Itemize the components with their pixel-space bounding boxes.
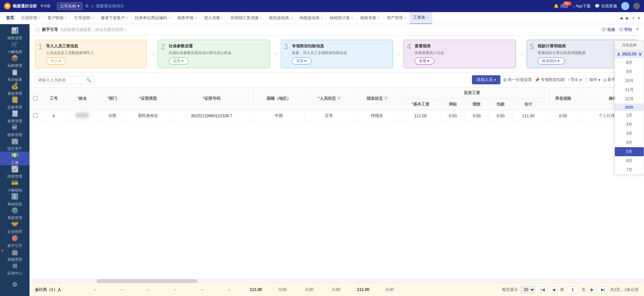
close-tab-工资表[interactable]: × (427, 16, 429, 19)
month-year-next[interactable]: ∨ (638, 51, 642, 57)
close-tab-邀请下游客户[interactable]: × (126, 16, 128, 20)
sidebar-item-销售管理[interactable]: 📊 销售管理 (0, 27, 30, 41)
personal-social-link[interactable]: 个人社保 (599, 113, 615, 118)
guide-close-icon[interactable]: × (636, 27, 639, 33)
sidebar-item-新手引导[interactable]: 🎯 新手引导 (0, 235, 30, 248)
tab-邀请下游客户[interactable]: 邀请下游客户 × (97, 12, 132, 24)
sidebar-item-税务管理[interactable]: 🏛 税务管理 (0, 124, 30, 137)
close-tab-往来单位商品编码[interactable]: × (168, 16, 170, 20)
nav-menu[interactable]: ▾ (637, 14, 641, 22)
month-6[interactable]: 6月 (615, 156, 644, 165)
month-12[interactable]: 12月 (615, 94, 644, 103)
page-next-last[interactable]: ▶| (599, 286, 607, 293)
month-1[interactable]: 1月 (615, 111, 644, 120)
month-7[interactable]: 7月 (615, 165, 644, 174)
tab-往来单位商品编码[interactable]: 往来单位商品编码 × (131, 12, 174, 24)
sidebar-item-小畅报销[interactable]: 💳 小畅报销 (0, 179, 30, 193)
special-deduct-button[interactable]: 📌 专项附加扣除 (535, 77, 565, 83)
tab-工资表[interactable]: 工资表 × (410, 12, 432, 24)
notification-button[interactable]: 🔔 消息 99+ (554, 3, 568, 9)
sidebar-item-应用中心[interactable]: ⊞ 应用中心 (0, 262, 30, 276)
scroll-thumb[interactable] (97, 279, 197, 283)
close-tab-引导说明[interactable]: × (92, 16, 94, 20)
tab-纳税统计表[interactable]: 纳税统计表 × (326, 12, 357, 24)
sidebar-item-系统管理[interactable]: ⚙️ 系统管理 (0, 207, 30, 220)
nav-next[interactable]: ▶ (625, 14, 630, 22)
step-btn-4[interactable]: 查看▼ (415, 57, 434, 65)
sidebar-item-settings[interactable]: ⚙ (0, 276, 30, 293)
sidebar-item-库存核算[interactable]: 📋 库存核算 (0, 69, 30, 82)
add-person-button[interactable]: 添加人员 ▾ (472, 75, 500, 84)
sidebar-item-发票管理[interactable]: 🧾 发票管理 (0, 110, 30, 124)
sidebar-item-工资[interactable]: 💵 工资 (0, 152, 30, 165)
month-9[interactable]: 9月 (615, 67, 644, 76)
report-filter-icon[interactable]: ▽ (384, 96, 387, 101)
search-box[interactable]: 🔍 (35, 76, 94, 84)
row-checkbox[interactable] (33, 113, 38, 118)
company-selector[interactable]: 公司名称 ▾ (57, 2, 83, 10)
month-2[interactable]: 2月 (615, 120, 644, 129)
help-link[interactable]: ◎ 帮助 (619, 27, 632, 33)
sidebar-item-基础信息[interactable]: ℹ️ 基础信息 (0, 193, 30, 207)
page-prev[interactable]: ◀ (550, 286, 557, 293)
close-tab-分层经营[interactable]: × (39, 16, 41, 20)
nav-close-all[interactable]: × (631, 14, 636, 22)
page-next[interactable]: ▶ (588, 286, 596, 293)
month-10[interactable]: 10月 (615, 76, 644, 85)
export-button[interactable]: ↑ 导出 ▾ (568, 77, 582, 83)
tab-home[interactable]: 首页 (3, 12, 18, 24)
settings-icon[interactable]: ⚙ (85, 4, 89, 8)
tab-资产管理[interactable]: 资产管理 × (383, 12, 410, 24)
search-icon[interactable]: 🔍 (86, 78, 91, 82)
close-tab-税负波动表[interactable]: × (290, 16, 292, 20)
sidebar-item-固定资产[interactable]: 🏢 固定资产 (0, 137, 30, 151)
month-4[interactable]: 4月 (615, 138, 644, 147)
month-8[interactable]: 8月 (615, 58, 644, 67)
close-tab-进入清册[interactable]: × (221, 16, 223, 20)
avatar[interactable] (621, 2, 629, 10)
nav-prev[interactable]: ◀ (618, 14, 624, 22)
page-prev-first[interactable]: |◀ (538, 286, 547, 293)
status-filter-icon[interactable]: ▽ (337, 96, 340, 101)
close-tab-所得税汇算清缴[interactable]: × (260, 16, 262, 20)
tab-客户联络[interactable]: 客户联络 × (44, 12, 71, 24)
close-tab-客户联络[interactable]: × (65, 16, 67, 20)
step-btn-5[interactable]: 敬请期待▼ (538, 57, 565, 65)
sidebar-item-资金管理[interactable]: 💰 资金管理 (0, 82, 30, 96)
horizontal-scrollbar[interactable] (30, 279, 644, 283)
month-year-prev[interactable]: ∧ (617, 51, 620, 57)
demo-link[interactable]: ▷ 我要看实例演示 (92, 3, 124, 9)
sidebar-item-总账管理[interactable]: 📒 总账管理 (0, 96, 30, 110)
tab-税负波动表[interactable]: 税负波动表 × (266, 12, 296, 24)
online-service-button[interactable]: 💬 在线客服 (595, 3, 617, 9)
tab-引导说明[interactable]: 引导说明 × (71, 12, 97, 24)
close-tab-资产管理[interactable]: × (404, 16, 406, 20)
tab-税检专家[interactable]: 税检专家 × (357, 12, 383, 24)
tab-纳税波动表[interactable]: 纳税波动表 × (296, 12, 327, 24)
close-tab-纳税波动表[interactable]: × (321, 16, 323, 20)
tab-税务申报[interactable]: 税务申报 × (174, 12, 201, 24)
video-link[interactable]: ◎ 视频 (602, 27, 615, 33)
close-tab-税检专家[interactable]: × (378, 16, 380, 20)
month-5[interactable]: 5月 (615, 147, 644, 156)
month-11[interactable]: 11月 (615, 85, 644, 94)
sidebar-item-智能管理[interactable]: 🤖 智能管理 (0, 248, 30, 262)
sidebar-item-采购管理[interactable]: 📦 采购管理 (0, 54, 30, 68)
tab-进入清册[interactable]: 进入清册 × (201, 12, 227, 24)
tab-所得税汇算清缴[interactable]: 所得税汇算清缴 × (227, 12, 266, 24)
per-page-select[interactable]: 10 20 50 (521, 286, 535, 293)
step-btn-1[interactable]: 导入▼ (46, 57, 66, 65)
close-tab-税务申报[interactable]: × (195, 16, 197, 20)
sidebar-item-小畅电商[interactable]: 🛒 小畅电商 (0, 41, 30, 54)
step-btn-2[interactable]: 设置▼ (169, 57, 189, 65)
app-download-button[interactable]: ↓ App下载 (572, 3, 591, 9)
user-menu[interactable] (633, 3, 640, 9)
search-input[interactable] (38, 78, 85, 82)
step-btn-3[interactable]: 查看▼ (292, 57, 312, 65)
operations-button[interactable]: ⋮ 操作 ▾ (584, 77, 600, 83)
tab-分层经营[interactable]: 分层经营 × (18, 12, 44, 24)
close-tab-纳税统计表[interactable]: × (351, 16, 353, 20)
select-all-checkbox[interactable] (33, 96, 38, 100)
unified-settings-button[interactable]: ⚙ 统一社保设置 (503, 77, 532, 83)
page-input[interactable] (567, 286, 579, 293)
